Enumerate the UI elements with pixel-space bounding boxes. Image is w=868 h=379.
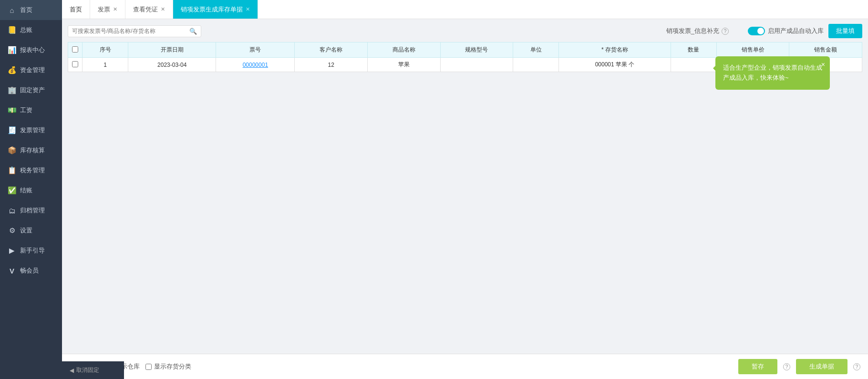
show-category-checkbox[interactable]: [145, 364, 152, 370]
tab-voucher[interactable]: 查看凭证 ✕: [125, 0, 173, 19]
sidebar-item-capital[interactable]: 💰 资金管理: [0, 60, 62, 80]
reports-icon: 📊: [8, 46, 16, 54]
search-icon: 🔍: [189, 28, 197, 35]
search-input[interactable]: [72, 28, 186, 34]
toolbar: 🔍 销项发票_信息补充 ? 启用产成品自动入库 批量填: [68, 24, 862, 38]
header-checkbox-cell: [68, 42, 83, 58]
guide-icon: ▶: [8, 246, 16, 255]
sidebar-item-tax[interactable]: 📋 税务管理: [0, 160, 62, 180]
archive-icon: 🗂: [8, 207, 16, 215]
close-stock-tab-icon[interactable]: ✕: [246, 6, 250, 12]
sidebar-item-label: 首页: [20, 6, 32, 14]
tooltip-text: 适合生产型企业，销项发票自动生成产成品入库，快来体验~: [723, 64, 822, 81]
sidebar-item-settlement[interactable]: ✅ 结账: [0, 180, 62, 200]
cell-product: 苹果: [368, 58, 441, 72]
cancel-pin-button[interactable]: ◀ 取消固定: [62, 361, 124, 379]
bottom-bar: 列表配置： 显示仓库 显示存货分类 暂存 ? 生成单据 ?: [62, 354, 868, 379]
cell-inventory: 000001 苹果 个: [559, 58, 671, 72]
tooltip-popup: × 适合生产型企业，销项发票自动生成产成品入库，快来体验~: [715, 56, 830, 90]
tab-bar: 首页 发票 ✕ 查看凭证 ✕ 销项发票生成库存单据 ✕: [62, 0, 868, 19]
header-customer: 客户名称: [295, 42, 368, 58]
header-inventory: * 存货名称: [559, 42, 671, 58]
generate-info-icon[interactable]: ?: [853, 363, 860, 370]
invoice-icon: 🧾: [8, 126, 16, 135]
sidebar-item-label: 工资: [20, 106, 32, 115]
close-invoice-tab-icon[interactable]: ✕: [113, 6, 117, 12]
sidebar-item-label: 税务管理: [20, 166, 45, 175]
save-button[interactable]: 暂存: [738, 359, 777, 374]
cancel-pin-icon: ◀: [70, 367, 74, 374]
cell-spec: [440, 58, 513, 72]
header-seq: 序号: [83, 42, 128, 58]
sidebar-item-label: 归档管理: [20, 206, 45, 215]
search-container: 🔍: [68, 25, 201, 37]
sidebar-item-reports[interactable]: 📊 报表中心: [0, 40, 62, 60]
cell-qty: [671, 58, 716, 72]
member-icon: V: [8, 267, 16, 275]
sidebar-item-invoice[interactable]: 🧾 发票管理: [0, 120, 62, 140]
sidebar-item-label: 设置: [20, 226, 32, 235]
sidebar: ⌂ 首页 📒 总账 📊 报表中心 💰 资金管理 🏢 固定资产 💵 工资 🧾 发票…: [0, 0, 62, 379]
header-unit: 单位: [513, 42, 559, 58]
generate-button[interactable]: 生成单据: [796, 359, 847, 374]
sidebar-item-home[interactable]: ⌂ 首页: [0, 0, 62, 20]
sidebar-item-payroll[interactable]: 💵 工资: [0, 100, 62, 120]
sidebar-item-guide[interactable]: ▶ 新手引导: [0, 241, 62, 261]
auto-warehouse-toggle[interactable]: [748, 27, 765, 35]
sidebar-item-label: 报表中心: [20, 46, 45, 54]
cell-unit: [513, 58, 559, 72]
toggle-area: 启用产成品自动入库: [748, 27, 824, 35]
tab-home[interactable]: 首页: [62, 0, 90, 19]
header-product: 商品名称: [368, 42, 441, 58]
tooltip-close-icon[interactable]: ×: [821, 59, 825, 70]
header-qty: 数量: [671, 42, 716, 58]
tax-icon: 📋: [8, 166, 16, 175]
sidebar-item-assets[interactable]: 🏢 固定资产: [0, 80, 62, 100]
row-checkbox-cell: [68, 58, 83, 72]
assets-icon: 🏢: [8, 86, 16, 95]
cell-seq: 1: [83, 58, 128, 72]
close-voucher-tab-icon[interactable]: ✕: [161, 6, 165, 12]
home-icon: ⌂: [8, 6, 16, 14]
main-area: 首页 发票 ✕ 查看凭证 ✕ 销项发票生成库存单据 ✕ 🔍 销项发票_信息补充 …: [62, 0, 868, 379]
ledger-icon: 📒: [8, 26, 16, 34]
cell-customer: 12: [295, 58, 368, 72]
sidebar-item-member[interactable]: V 畅会员: [0, 261, 62, 281]
cell-ticket-no[interactable]: 00000001: [216, 58, 295, 72]
sidebar-item-label: 总账: [20, 26, 32, 34]
sidebar-item-label: 结账: [20, 186, 32, 195]
batch-fill-button[interactable]: 批量填: [828, 24, 862, 38]
sidebar-item-label: 固定资产: [20, 86, 45, 95]
header-spec: 规格型号: [440, 42, 513, 58]
table-header: 序号 开票日期 票号 客户名称 商品名称 规格型号 单位 * 存货名称 数量 销…: [68, 42, 862, 58]
row-checkbox[interactable]: [72, 61, 78, 67]
sidebar-item-label: 畅会员: [20, 266, 39, 275]
header-unit-price: 销售单价: [716, 42, 789, 58]
header-ticket-no: 票号: [216, 42, 295, 58]
show-category-label[interactable]: 显示存货分类: [145, 362, 191, 371]
cell-date: 2023-03-04: [128, 58, 216, 72]
sidebar-item-label: 新手引导: [20, 246, 45, 255]
sidebar-item-ledger[interactable]: 📒 总账: [0, 20, 62, 40]
header-date: 开票日期: [128, 42, 216, 58]
tab-invoice[interactable]: 发票 ✕: [90, 0, 125, 19]
settings-icon: ⚙: [8, 226, 16, 235]
info-icon[interactable]: ?: [722, 28, 729, 35]
save-info-icon[interactable]: ?: [783, 363, 790, 370]
sidebar-item-label: 库存核算: [20, 146, 45, 155]
sidebar-item-label: 发票管理: [20, 126, 45, 135]
bottom-buttons: 暂存 ? 生成单据 ?: [738, 359, 860, 374]
settlement-icon: ✅: [8, 186, 16, 195]
sidebar-item-label: 资金管理: [20, 66, 45, 74]
tab-stock-form[interactable]: 销项发票生成库存单据 ✕: [173, 0, 258, 19]
select-all-checkbox[interactable]: [72, 46, 78, 53]
inventory-icon: 📦: [8, 146, 16, 155]
header-amount: 销售金额: [789, 42, 862, 58]
capital-icon: 💰: [8, 66, 16, 74]
sidebar-item-inventory[interactable]: 📦 库存核算: [0, 140, 62, 160]
info-label: 销项发票_信息补充 ?: [666, 27, 729, 35]
sidebar-item-archive[interactable]: 🗂 归档管理: [0, 200, 62, 221]
payroll-icon: 💵: [8, 106, 16, 115]
sidebar-item-settings[interactable]: ⚙ 设置: [0, 221, 62, 241]
